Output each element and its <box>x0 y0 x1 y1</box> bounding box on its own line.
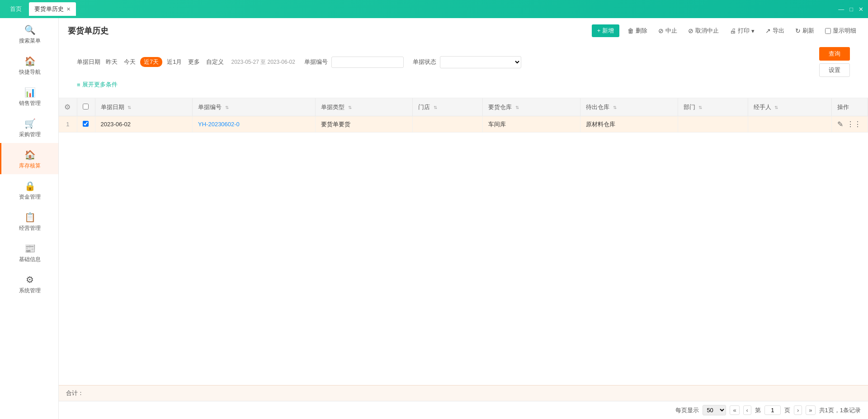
row-doc-date: 2023-06-02 <box>95 116 193 133</box>
more-icon[interactable]: ⋮⋮ <box>847 120 861 129</box>
table-settings-icon[interactable]: ⚙ <box>64 103 71 111</box>
print-button[interactable]: 🖨 打印 ▾ <box>727 25 757 37</box>
status-filter-group: 单据状态 <box>413 56 521 68</box>
doc-no-label: 单据编号 <box>304 58 328 66</box>
export-icon: ↗ <box>765 27 771 34</box>
print-icon: 🖨 <box>730 27 736 34</box>
row-doc-no[interactable]: YH-20230602-0 <box>193 116 316 133</box>
suspend-button[interactable]: ⊘ 中止 <box>656 25 680 37</box>
select-all-checkbox[interactable] <box>83 104 89 110</box>
sort-doc-no-icon[interactable]: ⇅ <box>225 105 229 110</box>
tab-requisition-history[interactable]: 要货单历史 ✕ <box>29 2 76 16</box>
refresh-button[interactable]: ↻ 刷新 <box>793 25 817 37</box>
sidebar-item-quick-nav[interactable]: 🏠 快捷导航 <box>0 49 58 81</box>
first-page-button[interactable]: « <box>730 405 739 415</box>
sidebar-item-operations-mgmt[interactable]: 📋 经营管理 <box>0 205 58 237</box>
filter-actions: 查询 设置 <box>819 47 850 77</box>
sort-req-warehouse-icon[interactable]: ⇅ <box>515 105 519 110</box>
col-req-warehouse: 要货仓库 ⇅ <box>483 98 580 116</box>
sidebar-item-search-menu[interactable]: 🔍 搜索菜单 <box>0 18 58 49</box>
tab-close-icon[interactable]: ✕ <box>66 6 71 12</box>
row-req-warehouse: 车间库 <box>483 116 580 133</box>
date-filter-label: 单据日期 <box>77 58 100 66</box>
minimize-icon[interactable]: — <box>838 6 844 13</box>
date-range-display: 2023-05-27 至 2023-06-02 <box>231 58 295 66</box>
sidebar-label-operations-mgmt: 经营管理 <box>19 224 41 232</box>
delete-button[interactable]: 🗑 删除 <box>625 25 650 37</box>
delete-icon: 🗑 <box>627 27 634 34</box>
date-shortcut-today[interactable]: 今天 <box>122 57 137 67</box>
sidebar-item-basic-info[interactable]: 📰 基础信息 <box>0 237 58 268</box>
refresh-icon: ↻ <box>795 27 801 34</box>
footer-total-label: 合计： <box>66 390 84 396</box>
table-head: ⚙ 单据日期 ⇅ 单据编号 ⇅ <box>59 98 868 116</box>
maximize-icon[interactable]: □ <box>849 6 853 13</box>
new-button[interactable]: + 新增 <box>592 24 619 37</box>
date-shortcut-1month[interactable]: 近1月 <box>165 57 184 67</box>
show-detail-button[interactable]: 显示明细 <box>822 25 859 37</box>
col-store: 门店 ⇅ <box>413 98 483 116</box>
col-doc-no-label: 单据编号 <box>198 104 222 110</box>
close-icon[interactable]: ✕ <box>859 6 863 13</box>
top-bar: 首页 要货单历史 ✕ — □ ✕ <box>0 0 868 18</box>
edit-icon[interactable]: ✎ <box>837 120 843 129</box>
per-page-select[interactable]: 10 20 50 100 <box>703 405 726 415</box>
sidebar-label-basic-info: 基础信息 <box>19 256 41 263</box>
next-page-button[interactable]: › <box>794 405 802 415</box>
expand-more-icon: ≡ <box>77 81 80 88</box>
sort-department-icon[interactable]: ⇅ <box>698 105 702 110</box>
page-label: 第 <box>755 406 761 414</box>
row-checkbox <box>77 116 95 133</box>
expand-more-button[interactable]: ≡ 展开更多条件 <box>77 81 118 89</box>
print-dropdown-icon: ▾ <box>751 28 755 34</box>
filter-row-2: ≡ 展开更多条件 <box>77 81 850 89</box>
row-doc-type: 要货单要货 <box>315 116 413 133</box>
col-handler-label: 经手人 <box>754 104 771 110</box>
date-shortcut-more[interactable]: 更多 <box>186 57 202 67</box>
total-info: 共1页，1条记录 <box>819 406 861 414</box>
show-detail-checkbox[interactable] <box>825 28 831 34</box>
tab-home[interactable]: 首页 <box>5 2 27 16</box>
sort-doc-type-icon[interactable]: ⇅ <box>348 105 352 110</box>
sidebar-item-finance-mgmt[interactable]: 🔒 资金管理 <box>0 174 58 205</box>
doc-no-input[interactable] <box>331 57 404 68</box>
col-doc-no: 单据编号 ⇅ <box>193 98 316 116</box>
col-department-label: 部门 <box>684 104 695 110</box>
settings-button[interactable]: 设置 <box>819 63 850 77</box>
sidebar-item-system-mgmt[interactable]: ⚙ 系统管理 <box>0 268 58 299</box>
print-label: 打印 <box>738 27 750 35</box>
sort-doc-date-icon[interactable]: ⇅ <box>127 105 131 110</box>
sidebar-item-sales-mgmt[interactable]: 📊 销售管理 <box>0 81 58 112</box>
col-doc-date-label: 单据日期 <box>101 104 124 110</box>
expand-more-label: 展开更多条件 <box>82 81 118 89</box>
col-doc-date: 单据日期 ⇅ <box>95 98 193 116</box>
sidebar-item-inventory[interactable]: 🏠 库存核算 <box>0 143 58 174</box>
sidebar-label-search-menu: 搜索菜单 <box>19 37 41 45</box>
cancel-suspend-button[interactable]: ⊘ 取消中止 <box>685 25 722 37</box>
sidebar-item-purchase-mgmt[interactable]: 🛒 采购管理 <box>0 112 58 143</box>
sort-handler-icon[interactable]: ⇅ <box>774 105 778 110</box>
current-page-input[interactable] <box>764 405 781 415</box>
filter-row-1: 单据日期 昨天 今天 近7天 近1月 更多 自定义 2023-05-27 至 2… <box>77 47 850 77</box>
sort-pending-warehouse-icon[interactable]: ⇅ <box>613 105 617 110</box>
prev-page-button[interactable]: ‹ <box>743 405 751 415</box>
row-num: 1 <box>59 116 77 133</box>
status-label: 单据状态 <box>413 58 436 66</box>
date-shortcut-yesterday[interactable]: 昨天 <box>104 57 119 67</box>
status-select[interactable] <box>440 56 521 68</box>
page-title-row: 要货单历史 + 新增 🗑 删除 ⊘ 中止 ⊘ 取消中止 <box>68 24 859 37</box>
export-button[interactable]: ↗ 导出 <box>763 25 787 37</box>
date-shortcut-7days[interactable]: 近7天 <box>140 57 162 67</box>
row-select-checkbox[interactable] <box>83 121 89 127</box>
page-title: 要货单历史 <box>68 25 108 36</box>
last-page-button[interactable]: » <box>806 405 815 415</box>
col-department: 部门 ⇅ <box>678 98 748 116</box>
tab-bar: 首页 要货单历史 ✕ <box>5 2 838 16</box>
col-action: 操作 <box>832 98 868 116</box>
query-button[interactable]: 查询 <box>819 47 850 61</box>
sort-store-icon[interactable]: ⇅ <box>434 105 437 110</box>
per-page-label: 每页显示 <box>675 406 699 414</box>
col-handler: 经手人 ⇅ <box>748 98 831 116</box>
date-shortcut-custom[interactable]: 自定义 <box>204 57 226 67</box>
show-detail-label: 显示明细 <box>833 27 856 35</box>
